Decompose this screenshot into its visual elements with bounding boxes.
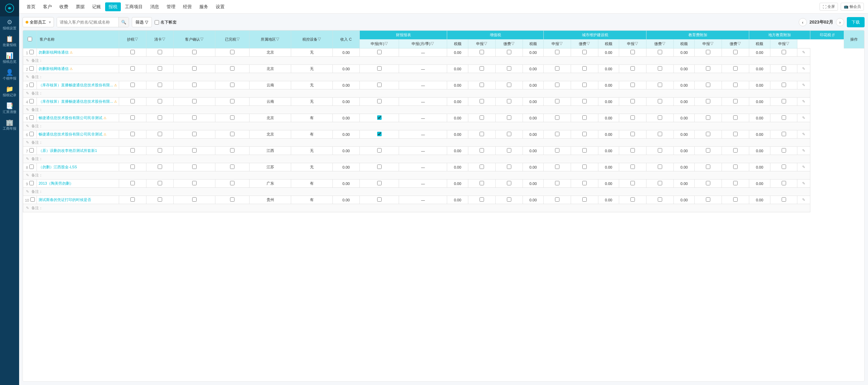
row-checkbox[interactable] (29, 50, 34, 54)
status-checkbox[interactable] (733, 197, 738, 202)
status-checkbox[interactable] (630, 197, 635, 202)
status-checkbox[interactable] (480, 148, 484, 153)
edit-icon[interactable]: ✎ (802, 181, 805, 185)
status-checkbox[interactable] (507, 132, 511, 136)
status-checkbox[interactable] (158, 132, 162, 136)
row-checkbox[interactable] (29, 66, 34, 71)
sidebar-item-piliang[interactable]: 📋 批量报税 (0, 33, 19, 50)
status-checkbox[interactable] (555, 99, 559, 103)
status-checkbox[interactable] (555, 181, 559, 185)
status-checkbox[interactable] (130, 148, 135, 153)
status-checkbox[interactable] (706, 99, 710, 103)
status-checkbox[interactable] (230, 99, 234, 103)
status-checkbox[interactable] (706, 181, 710, 185)
status-checkbox[interactable] (480, 115, 484, 120)
note-pencil-icon[interactable]: ✎ (26, 140, 29, 144)
status-checkbox[interactable] (230, 132, 234, 136)
status-checkbox[interactable] (630, 115, 635, 120)
row-checkbox[interactable] (29, 115, 34, 120)
status-checkbox[interactable] (192, 83, 197, 87)
search-button[interactable]: 🔍 (118, 17, 129, 27)
status-checkbox[interactable] (782, 115, 786, 120)
status-checkbox[interactable] (733, 50, 738, 54)
status-checkbox[interactable] (192, 66, 197, 71)
status-checkbox[interactable] (582, 197, 587, 202)
nav-message[interactable]: 消息 (147, 2, 162, 11)
status-checkbox[interactable] (192, 181, 197, 185)
nav-home[interactable]: 首页 (23, 2, 39, 11)
status-checkbox[interactable] (192, 197, 197, 202)
nav-service[interactable]: 服务 (196, 2, 212, 11)
status-checkbox[interactable] (130, 165, 135, 169)
edit-icon[interactable]: ✎ (802, 148, 805, 153)
sidebar-item-geshui[interactable]: 👤 个税申报 (0, 67, 19, 83)
status-checkbox[interactable] (158, 148, 162, 153)
status-checkbox[interactable] (706, 165, 710, 169)
status-checkbox[interactable] (377, 148, 382, 153)
row-checkbox[interactable] (29, 83, 34, 87)
status-checkbox[interactable] (192, 148, 197, 153)
status-checkbox[interactable] (480, 99, 484, 103)
status-checkbox[interactable] (158, 99, 162, 103)
status-checkbox[interactable] (782, 99, 786, 103)
customer-name-link[interactable]: 2013（陶美劳勿删） (39, 181, 73, 185)
status-checkbox[interactable] (377, 83, 382, 87)
customer-name-link[interactable]: （库存核算）直播畅捷通信息技术股份有限... (39, 83, 113, 87)
customer-name-link[interactable]: （原）误删勿改李艳芬测试所套新1 (39, 148, 97, 153)
status-checkbox[interactable] (733, 83, 738, 87)
status-checkbox[interactable] (658, 148, 662, 153)
next-month-button[interactable]: › (836, 18, 844, 26)
status-checkbox[interactable] (158, 181, 162, 185)
nav-tax[interactable]: 报税 (105, 2, 121, 11)
download-button[interactable]: 下载 (847, 17, 865, 27)
filter-button[interactable]: 筛选 ▽ (132, 17, 152, 27)
edit-icon[interactable]: ✎ (802, 83, 805, 87)
status-checkbox[interactable] (507, 99, 511, 103)
my-accounts-checkbox[interactable]: 名下帐套 (155, 19, 177, 25)
status-checkbox[interactable] (582, 165, 587, 169)
customer-name-link[interactable]: 勿删新锐网络通信 (39, 50, 69, 54)
status-checkbox[interactable] (782, 66, 786, 71)
status-checkbox[interactable] (706, 83, 710, 87)
status-checkbox[interactable] (158, 115, 162, 120)
status-checkbox[interactable] (658, 115, 662, 120)
status-checkbox[interactable] (192, 132, 197, 136)
nav-customer[interactable]: 客户 (40, 2, 55, 11)
status-checkbox[interactable] (555, 132, 559, 136)
customer-name-link[interactable]: （库存核算）直播畅捷通信息技术股份有限... (39, 99, 113, 103)
status-checkbox[interactable] (507, 83, 511, 87)
status-checkbox[interactable] (480, 83, 484, 87)
status-checkbox[interactable] (192, 50, 197, 54)
status-checkbox[interactable] (507, 66, 511, 71)
edit-icon[interactable]: ✎ (802, 165, 805, 169)
status-checkbox[interactable] (507, 148, 511, 153)
status-checkbox[interactable] (158, 50, 162, 54)
status-checkbox[interactable] (377, 99, 382, 103)
status-checkbox[interactable] (507, 165, 511, 169)
status-checkbox[interactable] (230, 83, 234, 87)
status-checkbox[interactable] (582, 148, 587, 153)
status-checkbox[interactable] (130, 197, 135, 202)
status-checkbox[interactable] (507, 197, 511, 202)
note-pencil-icon[interactable]: ✎ (26, 173, 29, 177)
status-checkbox[interactable] (130, 132, 135, 136)
select-all-checkbox[interactable] (28, 37, 32, 41)
note-pencil-icon[interactable]: ✎ (26, 206, 29, 210)
edit-icon[interactable]: ✎ (802, 116, 805, 120)
customer-name-link[interactable]: 畅捷通信息技术股份有限公司民非测试 (39, 132, 102, 136)
status-checkbox[interactable] (158, 83, 162, 87)
status-checkbox[interactable] (130, 50, 135, 54)
status-checkbox[interactable] (582, 66, 587, 71)
status-checkbox[interactable] (582, 83, 587, 87)
note-pencil-icon[interactable]: ✎ (26, 157, 29, 161)
nav-fee[interactable]: 收费 (56, 2, 72, 11)
status-checkbox[interactable] (658, 132, 662, 136)
status-checkbox[interactable] (630, 165, 635, 169)
status-checkbox[interactable] (733, 99, 738, 103)
status-checkbox[interactable] (130, 181, 135, 185)
note-pencil-icon[interactable]: ✎ (26, 91, 29, 95)
sidebar-item-gongshang[interactable]: 🏢 工商年报 (0, 117, 19, 133)
status-checkbox[interactable] (555, 197, 559, 202)
note-pencil-icon[interactable]: ✎ (26, 108, 29, 112)
status-checkbox[interactable] (480, 181, 484, 185)
